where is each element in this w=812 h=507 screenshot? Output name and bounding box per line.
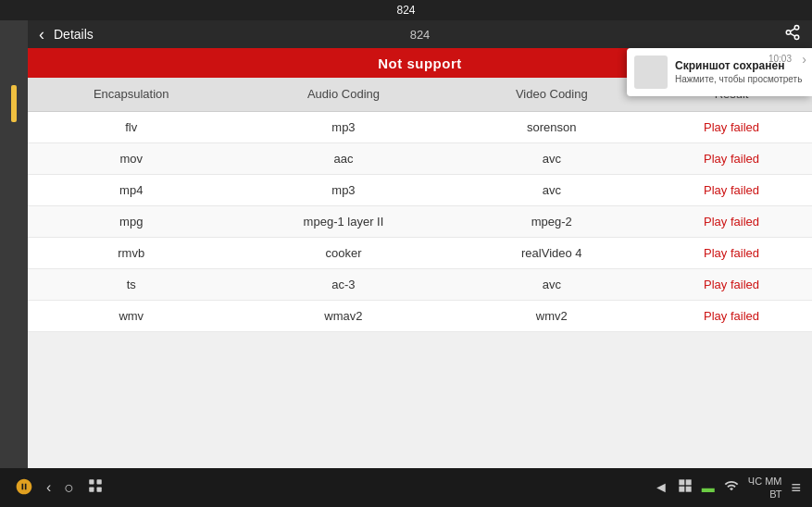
cell-audio: ac-3 bbox=[234, 268, 452, 300]
cell-audio: mpeg-1 layer II bbox=[234, 205, 452, 237]
svg-point-2 bbox=[794, 35, 799, 40]
app-icon[interactable] bbox=[15, 477, 33, 499]
svg-rect-7 bbox=[89, 487, 94, 491]
results-table: Encapsulation Audio Coding Video Coding … bbox=[28, 78, 812, 332]
cell-video: sorenson bbox=[452, 111, 651, 142]
toast-time: 10:03 bbox=[768, 54, 792, 64]
cell-status: Play failed bbox=[651, 205, 812, 237]
svg-rect-10 bbox=[685, 479, 691, 485]
status-count: 824 bbox=[396, 4, 415, 17]
table-body: flv mp3 sorenson Play failed mov aac avc… bbox=[28, 111, 812, 331]
table-scroll[interactable]: Encapsulation Audio Coding Video Coding … bbox=[28, 78, 812, 468]
taskbar-left: ‹ ○ bbox=[15, 477, 104, 499]
panel-header: ‹ Details 824 bbox=[28, 20, 812, 48]
toast-dismiss-button[interactable]: › bbox=[802, 52, 806, 67]
back-nav-button[interactable]: ‹ bbox=[46, 479, 51, 496]
cell-audio: aac bbox=[234, 142, 452, 174]
cell-encapsulation: ts bbox=[28, 268, 234, 300]
svg-rect-11 bbox=[679, 487, 684, 492]
cell-audio: wmav2 bbox=[234, 300, 452, 331]
cell-status: Play failed bbox=[651, 174, 812, 205]
table-row: mov aac avc Play failed bbox=[28, 142, 812, 174]
cell-status: Play failed bbox=[651, 237, 812, 268]
toast-subtitle: Нажмите, чтобы просмотреть bbox=[675, 74, 805, 85]
col-video: Video Coding bbox=[452, 78, 651, 111]
clock-display: ЧС ММ ВТ bbox=[748, 475, 782, 501]
main-area: ‹ Details 824 Not support Encapsulation … bbox=[0, 20, 812, 468]
taskbar: ‹ ○ ◄ ▬ ЧС ММ ВТ ≡ bbox=[0, 468, 812, 507]
cell-audio: mp3 bbox=[234, 174, 452, 205]
wifi-icon bbox=[724, 478, 739, 497]
table-row: rmvb cooker realVideo 4 Play failed bbox=[28, 237, 812, 268]
cell-video: avc bbox=[452, 268, 651, 300]
svg-rect-5 bbox=[89, 479, 94, 484]
notification-toast[interactable]: Скриншот сохранен Нажмите, чтобы просмот… bbox=[627, 48, 812, 96]
panel-title: Details bbox=[54, 27, 94, 42]
cell-video: realVideo 4 bbox=[452, 237, 651, 268]
home-button[interactable]: ○ bbox=[64, 478, 74, 498]
banner-text: Not support bbox=[378, 56, 461, 71]
toast-icon bbox=[634, 56, 668, 89]
cell-audio: mp3 bbox=[234, 111, 452, 142]
volume-icon[interactable]: ◄ bbox=[654, 479, 668, 496]
cell-video: avc bbox=[452, 174, 651, 205]
battery-icon: ▬ bbox=[702, 480, 715, 495]
col-encapsulation: Encapsulation bbox=[28, 78, 234, 111]
cell-encapsulation: rmvb bbox=[28, 237, 234, 268]
table-row: mp4 mp3 avc Play failed bbox=[28, 174, 812, 205]
svg-rect-6 bbox=[97, 479, 102, 484]
cell-status: Play failed bbox=[651, 268, 812, 300]
panel-count: 824 bbox=[410, 28, 431, 42]
cell-encapsulation: flv bbox=[28, 111, 234, 142]
col-audio: Audio Coding bbox=[234, 78, 452, 111]
cell-status: Play failed bbox=[651, 300, 812, 331]
cell-status: Play failed bbox=[651, 142, 812, 174]
cell-status: Play failed bbox=[651, 111, 812, 142]
svg-line-3 bbox=[790, 33, 794, 36]
cell-encapsulation: mp4 bbox=[28, 174, 234, 205]
svg-rect-8 bbox=[97, 487, 102, 491]
svg-line-4 bbox=[790, 29, 794, 31]
day-text: ВТ bbox=[748, 488, 782, 501]
back-button[interactable]: ‹ bbox=[39, 25, 44, 44]
grid-view-icon[interactable] bbox=[678, 478, 693, 497]
cell-encapsulation: wmv bbox=[28, 300, 234, 331]
svg-rect-9 bbox=[679, 479, 684, 485]
cell-video: avc bbox=[452, 142, 651, 174]
left-sidebar bbox=[0, 20, 28, 468]
cell-video: wmv2 bbox=[452, 300, 651, 331]
share-button[interactable] bbox=[784, 24, 801, 44]
cell-encapsulation: mov bbox=[28, 142, 234, 174]
table-row: wmv wmav2 wmv2 Play failed bbox=[28, 300, 812, 331]
svg-point-1 bbox=[786, 31, 791, 35]
cell-audio: cooker bbox=[234, 237, 452, 268]
table-row: flv mp3 sorenson Play failed bbox=[28, 111, 812, 142]
content-panel: ‹ Details 824 Not support Encapsulation … bbox=[28, 20, 812, 468]
time-text: ЧС ММ bbox=[748, 475, 782, 488]
menu-button[interactable]: ≡ bbox=[791, 478, 801, 498]
cell-video: mpeg-2 bbox=[452, 205, 651, 237]
svg-rect-12 bbox=[685, 487, 691, 492]
table-row: mpg mpeg-1 layer II mpeg-2 Play failed bbox=[28, 205, 812, 237]
status-bar: 824 bbox=[0, 0, 812, 20]
cell-encapsulation: mpg bbox=[28, 205, 234, 237]
taskbar-right: ◄ ▬ ЧС ММ ВТ ≡ bbox=[654, 475, 801, 501]
app-switcher-button[interactable] bbox=[87, 477, 104, 499]
sidebar-indicator bbox=[11, 85, 17, 122]
table-row: ts ac-3 avc Play failed bbox=[28, 268, 812, 300]
svg-point-0 bbox=[794, 26, 799, 31]
